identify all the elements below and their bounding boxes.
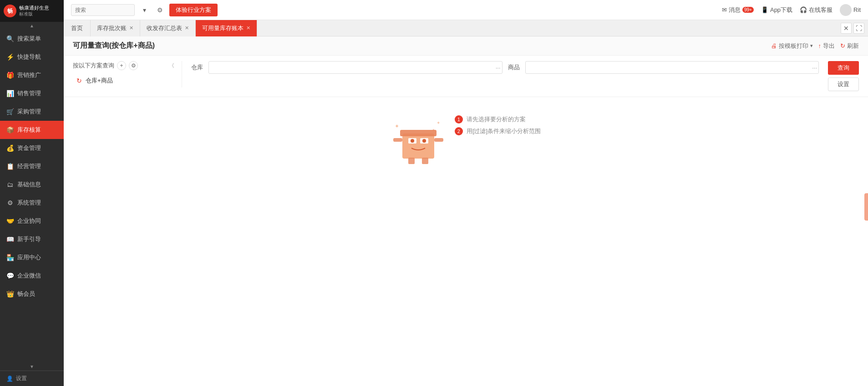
brand-logo: 畅 (4, 5, 16, 17)
user-avatar (840, 4, 852, 16)
sidebar-item-members[interactable]: 👑 畅会员 (0, 285, 64, 303)
search-nav-icon: 🔍 (6, 35, 14, 42)
tab-expand-btn[interactable]: ⛶ (853, 23, 864, 34)
scheme-collapse-btn[interactable]: 《 (169, 62, 174, 70)
enterprise-icon: 🤝 (6, 217, 14, 225)
sidebar-item-shortcuts[interactable]: ⚡ 快捷导航 (0, 48, 64, 66)
sidebar-item-inventory[interactable]: 📦 库存核算 (0, 121, 64, 139)
export-action[interactable]: ↑ 导出 (818, 42, 835, 50)
tab-batch-label: 库存批次账 (97, 24, 127, 32)
tab-batch-ledger[interactable]: 库存批次账 ✕ (91, 20, 140, 36)
topbar-dropdown-icon[interactable]: ▾ (138, 4, 150, 16)
svg-text:✦: ✦ (395, 123, 399, 129)
sidebar-item-finance[interactable]: 💰 资金管理 (0, 139, 64, 157)
sidebar: 畅 畅康通好生意 标准版 ▲ 🔍 搜索菜单 ⚡ 快捷导航 🎁 营销推广 📊 销售… (0, 0, 64, 386)
empty-robot-svg: ✦ ✦ ✦ (391, 115, 446, 165)
empty-text: 1 请先选择要分析的方案 2 用[过滤]条件来缩小分析范围 (455, 115, 541, 135)
scheme-settings-btn[interactable]: ⚙ (129, 61, 138, 70)
system-icon: ⚙ (6, 199, 14, 206)
page-header-actions: 🖨 按模板打印 ▾ ↑ 导出 ↻ 刷新 (771, 42, 859, 50)
filter-row-1: 仓库 ··· 商品 ··· (191, 61, 819, 74)
hint-text-1: 请先选择要分析的方案 (467, 115, 526, 124)
sidebar-item-wechat[interactable]: 💬 企业微信 (0, 267, 64, 285)
sidebar-item-sales[interactable]: 📊 销售管理 (0, 84, 64, 103)
tab-receive-summary[interactable]: 收发存汇总表 ✕ (140, 20, 196, 36)
svg-rect-1 (400, 130, 437, 136)
scheme-warehouse-product[interactable]: ↻ 仓库+商品 (73, 74, 174, 87)
tab-available-ledger[interactable]: 可用量库存账本 ✕ (196, 20, 257, 36)
online-service-item[interactable]: 🎧 在线客服 (800, 6, 832, 14)
message-icon: ✉ (722, 6, 727, 13)
print-icon: 🖨 (771, 42, 777, 49)
sidebar-nav: 🔍 搜索菜单 ⚡ 快捷导航 🎁 营销推广 📊 销售管理 🛒 采购管理 📦 库存核… (0, 30, 64, 363)
sidebar-bottom-icon: 👤 (6, 376, 13, 382)
user-name: Rit (853, 6, 861, 13)
sidebar-scroll-up[interactable]: ▲ (0, 22, 64, 30)
scheme-add-btn[interactable]: + (117, 61, 126, 70)
sidebar-item-appcenter[interactable]: 🏪 应用中心 (0, 248, 64, 267)
scheme-header: 按以下方案查询 + ⚙ 《 (73, 61, 174, 70)
tab-receive-close[interactable]: ✕ (185, 25, 189, 31)
filter-field-warehouse: 仓库 ··· (191, 61, 503, 74)
query-button[interactable]: 查询 (828, 61, 859, 75)
tab-batch-close[interactable]: ✕ (129, 25, 133, 31)
wechat-icon: 💬 (6, 272, 14, 279)
svg-point-5 (422, 139, 426, 143)
hint-num-1: 1 (455, 115, 463, 124)
svg-rect-9 (422, 158, 428, 164)
app-download-label: App下载 (770, 6, 792, 14)
page-header: 可用量查询(按仓库+商品) 🖨 按模板打印 ▾ ↑ 导出 ↻ 刷新 (64, 36, 868, 56)
empty-hint-2: 2 用[过滤]条件来缩小分析范围 (455, 127, 541, 135)
sidebar-item-search[interactable]: 🔍 搜索菜单 (0, 30, 64, 48)
filter-fields: 仓库 ··· 商品 ··· (182, 61, 819, 74)
sidebar-item-system[interactable]: ⚙ 系统管理 (0, 194, 64, 212)
print-dropdown-icon: ▾ (810, 43, 813, 49)
empty-state-container: ✦ ✦ ✦ 1 请先选择要分析的方案 2 用[过滤]条件来缩小分析范围 (64, 115, 868, 170)
scheme-item-icon: ↻ (76, 77, 82, 84)
topbar-gear-icon[interactable]: ⚙ (154, 4, 166, 16)
members-icon: 👑 (6, 290, 14, 298)
tab-home[interactable]: 首页 (64, 20, 91, 36)
operations-icon: 📋 (6, 163, 14, 170)
product-input[interactable] (525, 61, 819, 74)
settings-button[interactable]: 设置 (828, 77, 859, 91)
warehouse-input[interactable] (208, 61, 503, 74)
refresh-action[interactable]: ↻ 刷新 (840, 42, 859, 50)
warehouse-more-btn[interactable]: ··· (496, 64, 501, 71)
sidebar-scroll-down[interactable]: ▼ (0, 363, 64, 371)
message-badge: 99+ (742, 7, 754, 13)
sidebar-bottom-label: 设置 (16, 375, 27, 382)
print-label: 按模板打印 (779, 42, 808, 50)
sidebar-item-enterprise[interactable]: 🤝 企业协同 (0, 212, 64, 230)
marketing-icon: 🎁 (6, 72, 14, 79)
sidebar-item-marketing[interactable]: 🎁 营销推广 (0, 66, 64, 84)
tab-close-btn[interactable]: ✕ (841, 23, 852, 34)
page-title: 可用量查询(按仓库+商品) (73, 41, 155, 51)
sidebar-bottom[interactable]: 👤 设置 (0, 371, 64, 386)
user-item[interactable]: Rit (840, 4, 861, 16)
sidebar-item-baseinfo[interactable]: 🗂 基础信息 (0, 175, 64, 194)
svg-rect-8 (408, 158, 415, 164)
svg-text:✦: ✦ (437, 120, 440, 125)
sidebar-item-purchase[interactable]: 🛒 采购管理 (0, 103, 64, 121)
tab-bar: 首页 库存批次账 ✕ 收发存汇总表 ✕ 可用量库存账本 ✕ ✕ ⛶ (64, 20, 868, 36)
tab-available-label: 可用量库存账本 (202, 24, 244, 32)
trial-button[interactable]: 体验行业方案 (169, 4, 218, 16)
print-action[interactable]: 🖨 按模板打印 ▾ (771, 42, 813, 50)
sidebar-item-operations[interactable]: 📋 经营管理 (0, 157, 64, 175)
product-more-btn[interactable]: ··· (812, 64, 817, 71)
sidebar-item-newbie[interactable]: 📖 新手引导 (0, 230, 64, 248)
purchase-icon: 🛒 (6, 108, 14, 115)
tab-available-close[interactable]: ✕ (246, 25, 250, 31)
message-item[interactable]: ✉ 消息 99+ (722, 6, 754, 14)
svg-rect-7 (434, 138, 443, 142)
search-input[interactable] (71, 4, 135, 16)
page-content: 可用量查询(按仓库+商品) 🖨 按模板打印 ▾ ↑ 导出 ↻ 刷新 (64, 36, 868, 386)
online-service-label: 在线客服 (809, 6, 832, 14)
newbie-icon: 📖 (6, 236, 14, 243)
appcenter-icon: 🏪 (6, 254, 14, 261)
filter-scheme-panel: 按以下方案查询 + ⚙ 《 ↻ 仓库+商品 (73, 61, 182, 87)
tab-home-label: 首页 (71, 24, 83, 32)
app-download-item[interactable]: 📱 App下载 (761, 6, 792, 14)
refresh-label: 刷新 (847, 42, 859, 50)
